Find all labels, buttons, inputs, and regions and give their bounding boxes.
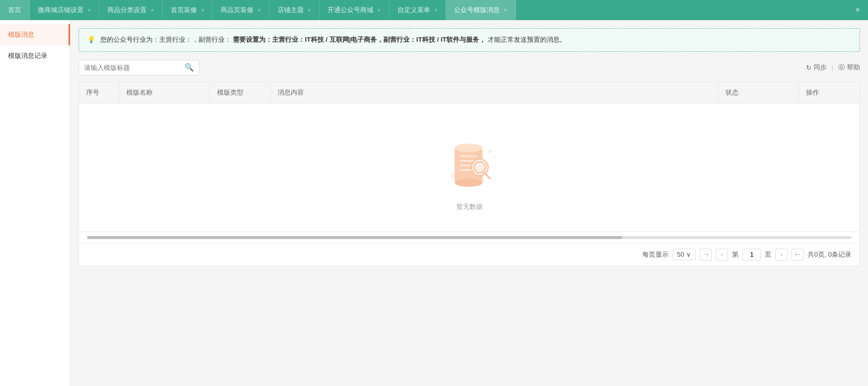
content-area: 💡 您的公众号行业为：主营行业：，副营行业： 需要设置为：主营行业：IT科技 /… [71,20,868,386]
empty-state: 暂无数据 [79,104,859,231]
next-page-button[interactable]: › [775,249,787,261]
tab-template-msg[interactable]: 公众号模版消息 × [446,0,515,20]
notice-box: 💡 您的公众号行业为：主营行业：，副营行业： 需要设置为：主营行业：IT科技 /… [79,28,860,52]
notice-prefix: 您的公众号行业为：主营行业：，副营行业： [100,36,231,43]
bulb-icon: 💡 [87,36,95,43]
table-header: 序号 模版名称 模版类型 消息内容 状态 操作 [79,82,859,104]
search-bar: 🔍 ↻ 同步 | ⓪ 帮助 [79,60,860,75]
help-icon: ⓪ [838,63,845,72]
first-page-button[interactable]: ⊣ [700,249,712,261]
close-tab-shop-theme[interactable]: × [308,7,311,13]
close-tab-home-decor[interactable]: × [201,7,204,13]
col-status: 状态 [718,82,799,103]
svg-line-10 [484,172,490,178]
svg-point-2 [454,143,482,152]
table-wrap: 序号 模版名称 模版类型 消息内容 状态 操作 [79,82,860,266]
notice-highlight: 需要设置为：主营行业：IT科技 / 互联网|电子商务，副营行业：IT科技 / I… [233,36,486,43]
last-page-button[interactable]: ⊢ [791,249,804,261]
tab-open-mall[interactable]: 开通公众号商城 × [319,0,389,20]
scroll-track[interactable] [87,236,851,239]
sidebar: 模版消息 模版消息记录 [0,20,71,386]
scroll-bar-area [79,231,859,243]
page-label: 第 [732,250,739,259]
sync-button[interactable]: ↻ 同步 [806,63,827,72]
close-tab-open-mall[interactable]: × [377,7,380,13]
tab-shop-theme[interactable]: 店铺主题 × [270,0,319,20]
page-size-label: 每页显示 [642,250,669,259]
sidebar-item-template-msg[interactable]: 模版消息 [0,24,70,45]
search-input[interactable] [79,60,179,75]
col-type: 模版类型 [210,82,271,103]
main-layout: 模版消息 模版消息记录 💡 您的公众号行业为：主营行业：，副营行业： 需要设置为… [0,20,868,386]
search-input-wrap: 🔍 [79,60,199,75]
close-tab-product-decor[interactable]: × [257,7,260,13]
page-size-select[interactable]: 50 ∨ [673,249,696,260]
close-tab-micro-shop[interactable]: × [88,7,91,13]
page-size-value: 50 [677,251,684,258]
col-action: 操作 [799,82,859,103]
tab-micro-shop[interactable]: 微商城店铺设置 × [30,0,99,20]
svg-point-13 [451,174,455,177]
col-name: 模版名称 [119,82,210,103]
close-tab-template-msg[interactable]: × [504,7,507,13]
svg-point-11 [489,150,492,153]
search-icon: 🔍 [184,63,194,71]
notice-suffix: 才能正常发送预置的消息。 [488,36,566,43]
col-index: 序号 [79,82,119,103]
scroll-thumb[interactable] [87,236,622,239]
page-input[interactable] [743,249,761,261]
page-unit: 页 [765,250,771,259]
close-all-tabs[interactable]: × [847,6,868,15]
toolbar-right: ↻ 同步 | ⓪ 帮助 [806,63,860,72]
col-content: 消息内容 [271,82,718,103]
close-tab-category[interactable]: × [151,7,154,13]
empty-icon [439,134,500,194]
svg-point-14 [447,168,450,170]
pagination: 每页显示 50 ∨ ⊣ ‹ 第 页 › ⊢ 共0页, 0条记录 [79,243,859,266]
sidebar-item-template-record[interactable]: 模版消息记录 [0,45,70,66]
tab-home[interactable]: 首页 [0,0,30,20]
tab-product-decor[interactable]: 商品页装修 × [213,0,269,20]
empty-text: 暂无数据 [456,202,483,211]
tab-bar: 首页 微商城店铺设置 × 商品分类设置 × 首页装修 × 商品页装修 × 店铺主… [0,0,868,20]
prev-page-button[interactable]: ‹ [716,249,728,261]
tab-home-decor[interactable]: 首页装修 × [163,0,213,20]
tab-category[interactable]: 商品分类设置 × [99,0,162,20]
chevron-down-icon: ∨ [686,251,691,258]
tab-custom-menu[interactable]: 自定义菜单 × [389,0,446,20]
sync-icon: ↻ [806,64,812,71]
svg-point-3 [454,178,482,187]
svg-point-12 [494,156,496,158]
close-tab-custom-menu[interactable]: × [434,7,437,13]
search-button[interactable]: 🔍 [179,63,199,72]
help-button[interactable]: ⓪ 帮助 [838,63,860,72]
toolbar-divider: | [832,64,833,71]
page-total: 共0页, 0条记录 [808,250,851,259]
